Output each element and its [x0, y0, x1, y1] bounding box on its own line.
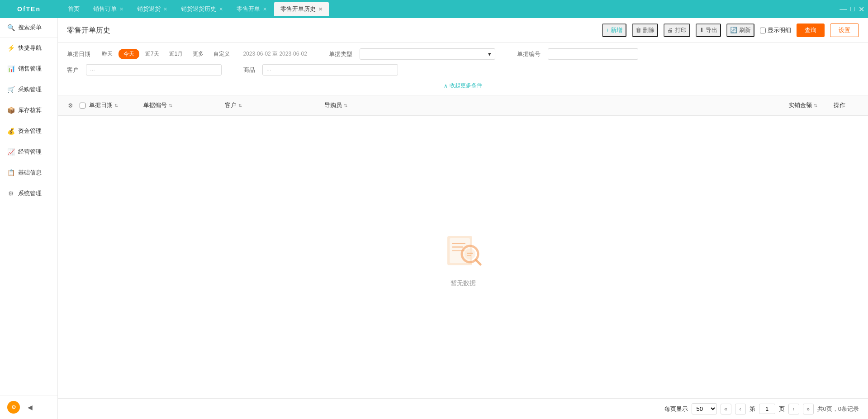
sidebar-item-label: 销售管理	[18, 65, 42, 73]
col-header-amount[interactable]: 实销金额 ⇅	[788, 101, 834, 109]
empty-text: 暂无数据	[451, 279, 476, 287]
type-filter-label: 单据类型	[329, 50, 352, 58]
tab-sales-return-history-close[interactable]: ✕	[219, 6, 223, 12]
toolbar: + 新增 🗑 删除 🖨 打印 ⬇ 导出 🔄 刷新 显示明细 查询 设置	[602, 24, 859, 37]
next-page-button[interactable]: ›	[788, 404, 799, 414]
tab-sales-return-close[interactable]: ✕	[163, 6, 167, 12]
prev-page-button[interactable]: ‹	[735, 404, 746, 414]
tabs-bar: 首页 销售订单 ✕ 销货退货 ✕ 销货退货历史 ✕ 零售开单 ✕ 零售开单历史 …	[58, 0, 868, 18]
col-number-label: 单据编号	[143, 101, 167, 109]
sidebar-item-label: 经营管理	[18, 148, 42, 156]
date-btn-more[interactable]: 更多	[189, 49, 208, 59]
sidebar-item-sys-mgmt[interactable]: ⚙ 系统管理	[0, 183, 57, 204]
tab-retail-open[interactable]: 零售开单 ✕	[230, 2, 273, 16]
sidebar-item-basic-info[interactable]: 📋 基础信息	[0, 162, 57, 183]
purchase-mgmt-icon: 🛒	[7, 86, 14, 93]
export-button[interactable]: ⬇ 导出	[696, 24, 721, 37]
sidebar-item-finance[interactable]: 💰 资金管理	[0, 121, 57, 141]
table-area: ⚙ 单据日期 ⇅ 单据编号 ⇅ 客户 ⇅ 导购员 ⇅	[58, 95, 868, 398]
goods-filter-input[interactable]: ···	[262, 64, 398, 75]
col-customer-label: 客户	[225, 101, 237, 109]
number-filter-input[interactable]	[548, 48, 638, 60]
type-filter-value	[364, 51, 365, 57]
tab-sales-order-close[interactable]: ✕	[119, 6, 123, 12]
minimize-button[interactable]: —	[840, 5, 847, 13]
date-btn-7days[interactable]: 近7天	[141, 49, 163, 59]
col-header-customer[interactable]: 客户 ⇅	[225, 101, 324, 109]
collapse-filter-button[interactable]: ∧ 收起更多条件	[67, 80, 859, 91]
add-button[interactable]: + 新增	[602, 24, 626, 37]
tab-retail-open-history[interactable]: 零售开单历史 ✕	[274, 2, 329, 16]
first-page-button[interactable]: «	[721, 404, 731, 414]
settings-bottom-icon[interactable]: ⚙	[7, 401, 20, 414]
col-header-action: 操作	[834, 101, 861, 109]
operations-icon: 📈	[7, 148, 14, 155]
tab-retail-open-close[interactable]: ✕	[263, 6, 267, 12]
window-controls: — □ ✕	[840, 5, 864, 14]
col-header-guide[interactable]: 导购员 ⇅	[324, 101, 379, 109]
page-label: 第	[749, 405, 755, 413]
close-button[interactable]: ✕	[859, 5, 864, 14]
tab-sales-return-history[interactable]: 销货退货历史 ✕	[175, 2, 229, 16]
maximize-button[interactable]: □	[850, 5, 855, 13]
per-page-select[interactable]: 50 10 20 100	[692, 403, 717, 414]
customer-filter-input[interactable]: ···	[86, 64, 222, 75]
settings-button[interactable]: 设置	[830, 24, 859, 37]
sys-mgmt-icon: ⚙	[7, 190, 14, 197]
last-page-button[interactable]: »	[803, 404, 814, 414]
col-action-label: 操作	[834, 101, 845, 109]
display-detail-toggle[interactable]: 显示明细	[760, 26, 791, 34]
sidebar-search[interactable]: 🔍 搜索采单	[0, 18, 57, 38]
query-button[interactable]: 查询	[797, 24, 825, 37]
page-number-input[interactable]	[759, 404, 775, 414]
sidebar-item-sales-mgmt[interactable]: 📊 销售管理	[0, 58, 57, 79]
collapse-sidebar-icon[interactable]: ◀	[24, 401, 36, 414]
sidebar: OfTEn 🔍 搜索采单 ⚡ 快捷导航 📊 销售管理 🛒 采购管理 📦 库存核算…	[0, 0, 58, 419]
page-suffix: 页	[779, 405, 785, 413]
svg-rect-8	[467, 253, 473, 254]
date-btn-custom[interactable]: 自定义	[209, 49, 234, 59]
brand-logo: OfTEn	[0, 0, 58, 18]
col-customer-sort-icon: ⇅	[238, 103, 242, 108]
col-header-number[interactable]: 单据编号 ⇅	[143, 101, 225, 109]
select-all-checkbox[interactable]	[80, 103, 85, 108]
table-column-settings-icon[interactable]: ⚙	[65, 100, 76, 111]
goods-filter-label: 商品	[243, 66, 255, 74]
tab-home-label: 首页	[68, 5, 80, 13]
search-icon: 🔍	[7, 24, 14, 31]
display-detail-checkbox[interactable]	[760, 28, 766, 33]
date-btn-1month[interactable]: 近1月	[165, 49, 187, 59]
sidebar-item-purchase-mgmt[interactable]: 🛒 采购管理	[0, 79, 57, 100]
page-title: 零售开单历史	[67, 26, 110, 35]
sidebar-item-label: 库存核算	[18, 106, 42, 114]
col-date-label: 单据日期	[89, 101, 113, 109]
delete-button[interactable]: 🗑 删除	[632, 24, 659, 37]
display-detail-label: 显示明细	[768, 26, 791, 34]
tab-retail-open-history-label: 零售开单历史	[280, 5, 316, 13]
type-filter-dropdown-icon: ▾	[488, 51, 491, 57]
col-guide-label: 导购员	[324, 101, 342, 109]
refresh-button[interactable]: 🔄 刷新	[726, 24, 754, 37]
tab-retail-open-history-close[interactable]: ✕	[318, 6, 323, 12]
collapse-icon: ∧	[444, 83, 448, 89]
prev-page-icon: ‹	[740, 406, 741, 412]
date-btn-yesterday[interactable]: 昨天	[98, 49, 117, 59]
sidebar-item-quick-nav[interactable]: ⚡ 快捷导航	[0, 38, 57, 58]
date-filter-label: 单据日期	[67, 50, 90, 58]
tab-sales-return[interactable]: 销货退货 ✕	[131, 2, 174, 16]
tab-home[interactable]: 首页	[62, 2, 86, 16]
customer-dots: ···	[90, 66, 95, 73]
collapse-label: 收起更多条件	[450, 82, 482, 89]
sidebar-item-inventory[interactable]: 📦 库存核算	[0, 100, 57, 121]
tab-sales-return-history-label: 销货退货历史	[181, 5, 216, 13]
col-header-date[interactable]: 单据日期 ⇅	[89, 101, 143, 109]
type-filter-select[interactable]: ▾	[360, 48, 495, 60]
sidebar-item-operations[interactable]: 📈 经营管理	[0, 141, 57, 162]
svg-rect-3	[452, 246, 463, 248]
filter-row-2: 客户 ··· 商品 ···	[67, 64, 859, 75]
date-btn-today[interactable]: 今天	[119, 49, 139, 59]
tab-sales-order[interactable]: 销售订单 ✕	[87, 2, 130, 16]
print-button[interactable]: 🖨 打印	[664, 24, 690, 37]
pagination: 每页显示 50 10 20 100 « ‹ 第 页 › » 共0页，0条记录	[58, 398, 868, 419]
sidebar-item-label: 采购管理	[18, 85, 42, 94]
